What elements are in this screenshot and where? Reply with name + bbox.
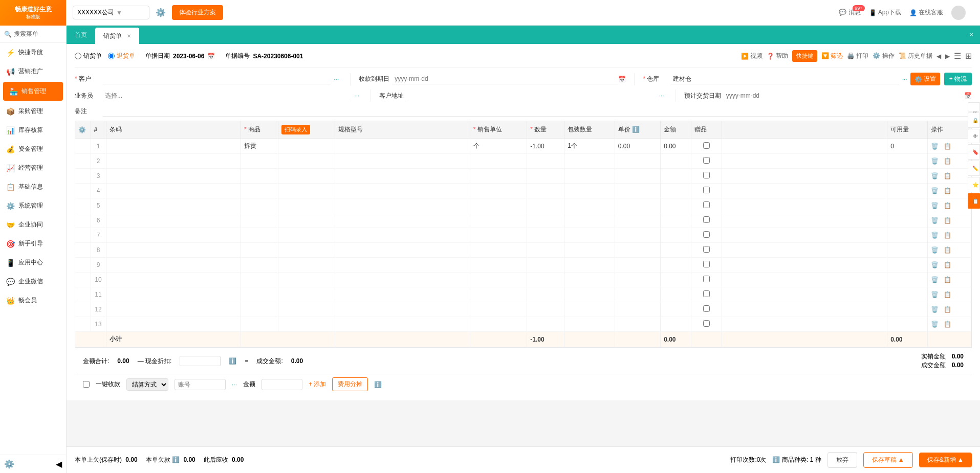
row-spec[interactable]	[335, 213, 470, 228]
copy-icon[interactable]: 📋	[944, 187, 951, 194]
delete-icon[interactable]: 🗑️	[931, 276, 939, 283]
calendar-icon-1[interactable]: 📅	[618, 76, 626, 83]
row-spec[interactable]	[335, 139, 470, 154]
sidebar-item-wechat[interactable]: 💬 企业微信	[0, 272, 66, 291]
tab-sales-order[interactable]: 销货单 ✕	[95, 28, 139, 44]
message-badge[interactable]: 💬 消息 99+	[839, 8, 860, 17]
row-qty[interactable]	[527, 184, 564, 198]
copy-icon[interactable]: 📋	[944, 157, 951, 165]
copy-icon[interactable]: 📋	[944, 276, 951, 283]
add-payment-btn[interactable]: + 添加	[309, 380, 326, 389]
row-gift[interactable]	[691, 213, 722, 228]
radio-return-order[interactable]: 退货单	[108, 52, 135, 60]
delete-icon[interactable]: 🗑️	[931, 172, 939, 179]
operation-btn[interactable]: ⚙️ 操作	[873, 52, 894, 60]
row-spec[interactable]	[335, 228, 470, 243]
row-spec[interactable]	[335, 317, 470, 332]
discard-button[interactable]: 放弃	[827, 452, 857, 468]
side-btn-1[interactable]: 评	[968, 102, 980, 111]
settings-btn[interactable]: ⚙️ 设置	[910, 73, 940, 85]
row-barcode[interactable]	[106, 243, 241, 258]
row-qty[interactable]	[527, 287, 564, 302]
payment-amount-input[interactable]	[262, 379, 302, 390]
row-product[interactable]	[241, 228, 278, 243]
help-btn[interactable]: ❓ 帮助	[767, 52, 788, 60]
history-btn[interactable]: 📜 历史单据	[899, 52, 932, 60]
delete-icon[interactable]: 🗑️	[931, 217, 939, 224]
side-btn-7[interactable]: 📋	[968, 193, 980, 209]
row-gift[interactable]	[691, 287, 722, 302]
row-barcode[interactable]	[106, 302, 241, 317]
save-draft-button[interactable]: 保存草稿 ▲	[863, 452, 913, 468]
row-product[interactable]	[241, 198, 278, 213]
row-barcode[interactable]	[106, 287, 241, 302]
row-qty[interactable]	[527, 198, 564, 213]
company-selector[interactable]: XXXXXX公司 ▼	[73, 6, 149, 19]
row-gift[interactable]	[691, 243, 722, 258]
delete-icon[interactable]: 🗑️	[931, 187, 939, 194]
row-price[interactable]	[615, 287, 660, 302]
next-icon[interactable]: ▶	[945, 53, 950, 60]
copy-icon[interactable]: 📋	[944, 217, 951, 224]
row-barcode[interactable]	[106, 213, 241, 228]
row-price[interactable]	[615, 213, 660, 228]
account-more-icon[interactable]: ···	[232, 381, 237, 388]
radio-sales-order[interactable]: 销货单	[75, 52, 102, 60]
salesman-input[interactable]	[103, 91, 351, 101]
delete-icon[interactable]: 🗑️	[931, 321, 939, 328]
row-spec[interactable]	[335, 302, 470, 317]
row-price[interactable]	[615, 258, 660, 273]
row-barcode[interactable]	[106, 154, 241, 169]
print-btn[interactable]: 🖨️ 打印	[847, 52, 868, 60]
side-btn-5[interactable]: ✏️	[968, 161, 980, 176]
row-product[interactable]	[241, 317, 278, 332]
settings-gear-icon[interactable]: ⚙️	[4, 459, 14, 469]
grid-view-icon[interactable]: ⊞	[965, 51, 972, 61]
sidebar-item-purchase[interactable]: 📦 采购管理	[0, 102, 66, 121]
row-gift[interactable]	[691, 302, 722, 317]
sidebar-item-marketing[interactable]: 📢 营销推广	[0, 62, 66, 81]
sidebar-item-member[interactable]: 👑 畅会员	[0, 291, 66, 310]
row-barcode[interactable]	[106, 184, 241, 198]
row-barcode[interactable]	[106, 317, 241, 332]
row-qty[interactable]	[527, 154, 564, 169]
row-barcode[interactable]	[106, 139, 241, 154]
row-qty[interactable]	[527, 302, 564, 317]
copy-icon[interactable]: 📋	[944, 172, 951, 179]
row-spec[interactable]	[335, 258, 470, 273]
row-barcode[interactable]	[106, 169, 241, 184]
date-picker-icon[interactable]: 📅	[207, 53, 215, 60]
row-spec[interactable]	[335, 154, 470, 169]
collection-date-input[interactable]	[393, 74, 618, 84]
row-product[interactable]	[241, 243, 278, 258]
row-gift[interactable]	[691, 184, 722, 198]
copy-icon[interactable]: 📋	[944, 246, 951, 254]
customer-addr-input[interactable]	[407, 91, 656, 101]
row-gift[interactable]	[691, 258, 722, 273]
sidebar-item-app-center[interactable]: 📱 应用中心	[0, 253, 66, 272]
remark-input[interactable]	[103, 106, 972, 117]
sidebar-item-operations[interactable]: 📈 经营管理	[0, 159, 66, 177]
online-service-link[interactable]: 👤 在线客服	[909, 8, 943, 17]
side-btn-3[interactable]: 👁	[968, 129, 980, 143]
sidebar-item-enterprise[interactable]: 🤝 企业协同	[0, 215, 66, 234]
row-gift[interactable]	[691, 169, 722, 184]
col-settings[interactable]: ⚙️	[75, 121, 91, 139]
row-price[interactable]	[615, 198, 660, 213]
row-price[interactable]	[615, 169, 660, 184]
row-qty[interactable]	[527, 213, 564, 228]
row-price[interactable]	[615, 228, 660, 243]
delete-icon[interactable]: 🗑️	[931, 202, 939, 209]
row-price[interactable]	[615, 154, 660, 169]
row-product[interactable]	[241, 273, 278, 287]
row-product[interactable]	[241, 184, 278, 198]
row-price[interactable]	[615, 302, 660, 317]
row-product[interactable]	[241, 258, 278, 273]
user-avatar[interactable]	[951, 6, 966, 20]
side-btn-4[interactable]: 🔖	[968, 144, 980, 160]
row-qty[interactable]	[527, 228, 564, 243]
sidebar-item-finance[interactable]: 💰 资金管理	[0, 140, 66, 159]
row-barcode[interactable]	[106, 258, 241, 273]
row-product[interactable]	[241, 213, 278, 228]
tab-home[interactable]: 首页	[67, 26, 95, 44]
